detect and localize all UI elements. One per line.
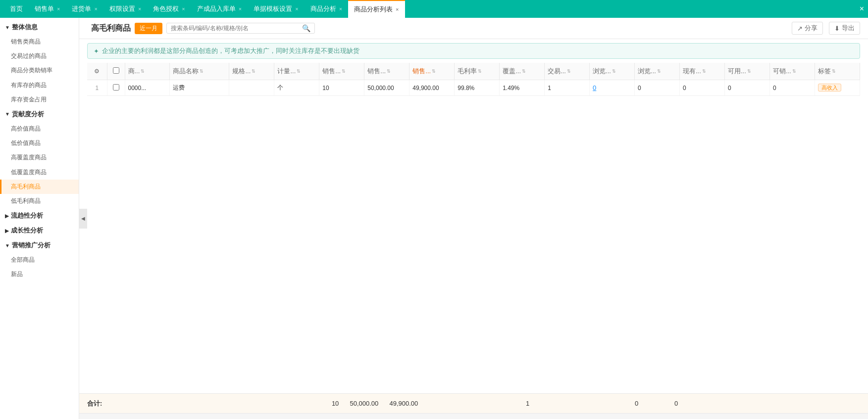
col-code[interactable]: 商...⇅: [125, 63, 170, 80]
row-checkbox[interactable]: [113, 84, 119, 91]
nav-product-analysis[interactable]: 商品分析 ×: [305, 0, 348, 18]
close-product-analysis-list-icon[interactable]: ×: [396, 6, 399, 12]
cell-current: 0: [679, 80, 724, 96]
col-view2[interactable]: 浏览...⇅: [635, 63, 680, 80]
cell-name[interactable]: 运费: [170, 80, 229, 96]
nav-template[interactable]: 单据模板设置 ×: [248, 0, 304, 18]
share-icon: ↗: [797, 25, 803, 32]
table-footer: 合计: 10 50,000.00 49,900.00 1 0 0: [79, 393, 868, 413]
sidebar-item-in-stock[interactable]: 有库存的商品: [0, 78, 79, 93]
share-button[interactable]: ↗ 分享: [792, 22, 823, 35]
col-settings[interactable]: ⚙: [87, 63, 107, 80]
content-area: ◀ 高毛利商品 近一月 🔍 ↗ 分享 ⬇ 导出 ✦ 企: [79, 18, 868, 419]
cell-tag: 高收入: [815, 80, 860, 96]
nav-permission[interactable]: 权限设置 ×: [103, 0, 147, 18]
col-coverage[interactable]: 覆盖...⇅: [500, 63, 545, 80]
cell-view1[interactable]: 0: [590, 80, 635, 96]
sidebar-section-contribution[interactable]: ▼ 贡献度分析: [0, 107, 79, 122]
sidebar-section-overall[interactable]: ▼ 整体信息: [0, 20, 79, 35]
export-icon: ⬇: [834, 25, 840, 32]
sidebar-item-capital[interactable]: 库存资金占用: [0, 93, 79, 107]
alert-text: 企业的主要的利润都是这部分商品创造的，可考虑加大推广，同时关注库存是不要出现缺货: [102, 47, 359, 55]
close-product-analysis-icon[interactable]: ×: [339, 6, 342, 12]
col-tag[interactable]: 标签⇅: [815, 63, 860, 80]
sidebar-section-growth[interactable]: ▶ 成长性分析: [0, 223, 79, 238]
footer-current: 0: [602, 400, 641, 407]
cell-sales-cost: 49,900.00: [409, 80, 455, 96]
alert-icon: ✦: [94, 47, 99, 55]
sidebar-section-flow[interactable]: ▶ 流趋性分析: [0, 208, 79, 223]
filter-recent-button[interactable]: 近一月: [135, 23, 162, 34]
col-unit[interactable]: 计量...⇅: [274, 63, 319, 80]
arrow-marketing-icon: ▼: [5, 243, 10, 248]
col-checkbox[interactable]: [107, 63, 125, 80]
nav-close-all-button[interactable]: ×: [860, 4, 864, 13]
sidebar-item-high-coverage[interactable]: 高覆盖度商品: [0, 150, 79, 165]
cell-available: 0: [724, 80, 769, 96]
top-nav: 首页 销售单 × 进货单 × 权限设置 × 角色授权 × 产成品入库单 × 单据…: [0, 0, 868, 18]
search-box: 🔍: [166, 23, 315, 34]
close-template-icon[interactable]: ×: [295, 6, 298, 12]
table-body: 1 0000... 运费 个 10 50,000.00 49,900.00 99…: [87, 80, 860, 96]
header-actions: ↗ 分享 ⬇ 导出: [792, 22, 860, 35]
close-product-inbound-icon[interactable]: ×: [239, 6, 242, 12]
sidebar-item-category-rate[interactable]: 商品分类助销率: [0, 63, 79, 78]
nav-role[interactable]: 角色授权 ×: [147, 0, 191, 18]
table-row: 1 0000... 运费 个 10 50,000.00 49,900.00 99…: [87, 80, 860, 96]
sidebar-section-marketing[interactable]: ▼ 营销推广分析: [0, 238, 79, 253]
sidebar-item-high-margin[interactable]: 高毛利商品: [0, 180, 79, 194]
footer-sales-amt: 50,000.00: [342, 400, 381, 407]
sidebar-item-traded-goods[interactable]: 交易过的商品: [0, 49, 79, 63]
cell-checkbox[interactable]: [107, 80, 125, 96]
close-sales-icon[interactable]: ×: [57, 6, 60, 12]
nav-product-analysis-list[interactable]: 商品分析列表 ×: [348, 0, 405, 18]
arrow-overall-icon: ▼: [5, 25, 10, 30]
search-input[interactable]: [171, 25, 302, 32]
col-sales-amt[interactable]: 销售...⇅: [364, 63, 409, 80]
footer-available: 0: [641, 400, 681, 407]
cell-gross-margin: 99.8%: [455, 80, 500, 96]
footer-sales-qty: 10: [302, 400, 342, 407]
col-current[interactable]: 现有...⇅: [679, 63, 724, 80]
sidebar-item-low-margin[interactable]: 低毛利商品: [0, 194, 79, 208]
select-all-checkbox[interactable]: [113, 67, 119, 74]
nav-purchase[interactable]: 进货单 ×: [66, 0, 103, 18]
close-permission-icon[interactable]: ×: [138, 6, 141, 12]
nav-product-inbound[interactable]: 产成品入库单 ×: [191, 0, 248, 18]
sidebar-item-new-goods[interactable]: 新品: [0, 267, 79, 281]
sidebar-item-sales-goods[interactable]: 销售类商品: [0, 35, 79, 49]
cell-coverage: 1.49%: [500, 80, 545, 96]
footer-trade: 1: [493, 400, 532, 407]
export-button[interactable]: ⬇ 导出: [829, 22, 860, 35]
cell-index: 1: [87, 80, 107, 96]
sidebar-collapse-button[interactable]: ◀: [79, 209, 87, 229]
col-sellable[interactable]: 可销...⇅: [769, 63, 815, 80]
sidebar: ▼ 整体信息 销售类商品 交易过的商品 商品分类助销率 有库存的商品 库存资金占…: [0, 18, 79, 419]
alert-bar: ✦ 企业的主要的利润都是这部分商品创造的，可考虑加大推广，同时关注库存是不要出现…: [87, 43, 860, 59]
nav-home[interactable]: 首页: [4, 0, 29, 18]
sidebar-item-high-value[interactable]: 高价值商品: [0, 122, 79, 136]
col-name[interactable]: 商品名称⇅: [170, 63, 229, 80]
sidebar-item-all-goods[interactable]: 全部商品: [0, 253, 79, 267]
col-sales-qty[interactable]: 销售...⇅: [319, 63, 364, 80]
nav-sales[interactable]: 销售单 ×: [29, 0, 66, 18]
sidebar-item-low-value[interactable]: 低价值商品: [0, 136, 79, 150]
close-role-icon[interactable]: ×: [182, 6, 185, 12]
col-gross-margin[interactable]: 毛利率⇅: [455, 63, 500, 80]
col-spec[interactable]: 规格...⇅: [229, 63, 274, 80]
col-available[interactable]: 可用...⇅: [724, 63, 769, 80]
cell-spec: [229, 80, 274, 96]
col-sales-cost[interactable]: 销售...⇅: [409, 63, 455, 80]
cell-sales-amt: 50,000.00: [364, 80, 409, 96]
arrow-growth-icon: ▶: [5, 228, 9, 233]
col-view1[interactable]: 浏览...⇅: [590, 63, 635, 80]
sidebar-item-low-coverage[interactable]: 低覆盖度商品: [0, 165, 79, 180]
cell-code: 0000...: [125, 80, 170, 96]
bottom-scrollbar[interactable]: [79, 413, 868, 419]
search-icon: 🔍: [302, 24, 310, 32]
page-title: 高毛利商品: [91, 23, 131, 34]
data-table: ⚙ 商...⇅ 商品名称⇅ 规格...⇅ 计量...⇅: [87, 63, 860, 96]
col-trade[interactable]: 交易...⇅: [545, 63, 590, 80]
cell-trade: 1: [545, 80, 590, 96]
close-purchase-icon[interactable]: ×: [94, 6, 97, 12]
